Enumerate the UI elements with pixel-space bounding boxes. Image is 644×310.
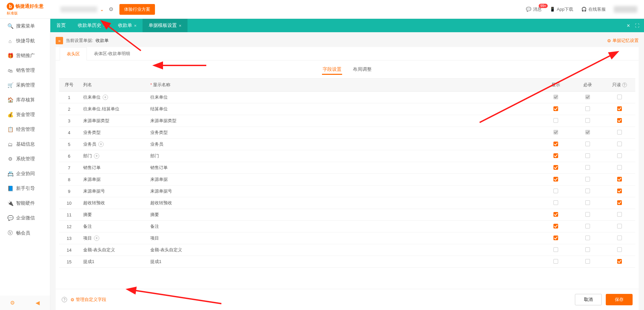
checkbox[interactable] (585, 200, 590, 205)
sidebar-item-13[interactable]: 💬企业微信 (0, 211, 50, 225)
checkbox[interactable] (617, 247, 622, 252)
help-icon[interactable]: ? (62, 297, 67, 302)
row-display-name[interactable]: 超收转预收 (146, 197, 540, 209)
checkbox[interactable] (617, 212, 622, 217)
org-selector[interactable]: ⌄ (60, 6, 104, 12)
row-display-name[interactable]: 往来单位 (146, 92, 540, 103)
checkbox[interactable] (585, 118, 590, 123)
row-display-name[interactable]: 来源单据类型 (146, 115, 540, 127)
row-display-name[interactable]: 部门 (146, 150, 540, 162)
add-child-icon[interactable]: + (103, 95, 108, 100)
page-tab-1[interactable]: 收款单历史× (72, 19, 112, 32)
checkbox[interactable] (617, 165, 622, 170)
row-display-name[interactable]: 来源单据号 (146, 186, 540, 197)
checkbox[interactable] (553, 153, 558, 158)
cancel-button[interactable]: 取消 (575, 294, 602, 305)
area-tab-0[interactable]: 表头区 (60, 47, 87, 60)
checkbox[interactable] (617, 153, 622, 158)
online-service-link[interactable]: 🎧 在线客服 (581, 6, 606, 12)
checkbox[interactable] (585, 259, 590, 264)
checkbox[interactable] (585, 212, 590, 217)
sidebar-item-5[interactable]: 🏠库存核算 (0, 93, 50, 107)
sidebar-item-12[interactable]: 🔌智能硬件 (0, 196, 50, 211)
area-tab-1[interactable]: 表体区-收款单明细 (87, 47, 137, 60)
sidebar-item-8[interactable]: 🗂基础信息 (0, 137, 50, 152)
sidebar-item-14[interactable]: Ⓥ畅会员 (0, 225, 50, 241)
checkbox[interactable] (553, 142, 558, 146)
checkbox[interactable] (617, 236, 622, 240)
checkbox[interactable] (553, 165, 558, 170)
checkbox[interactable] (585, 177, 590, 182)
readonly-help-icon[interactable]: ? (622, 83, 627, 87)
page-tab-2[interactable]: 收款单× (112, 19, 143, 32)
checkbox[interactable] (585, 224, 590, 228)
checkbox[interactable] (553, 236, 558, 240)
checkbox[interactable] (585, 165, 590, 170)
checkbox[interactable] (585, 142, 590, 146)
row-display-name[interactable]: 提成1 (146, 256, 540, 268)
sidebar-collapse-icon[interactable]: ◀ (25, 296, 50, 310)
sub-tab-1[interactable]: 布局调整 (352, 65, 372, 75)
checkbox[interactable] (585, 236, 590, 240)
user-avatar-blurred[interactable] (614, 6, 637, 13)
memory-settings-link[interactable]: ⚙ 单据记忆设置 (607, 38, 639, 44)
row-display-name[interactable]: 来源单据 (146, 174, 540, 186)
checkbox[interactable] (617, 177, 622, 182)
add-child-icon[interactable]: + (98, 142, 104, 147)
sub-tab-0[interactable]: 字段设置 (322, 65, 342, 75)
app-download-link[interactable]: 📱 App下载 (550, 6, 573, 12)
sidebar-item-11[interactable]: 📘新手引导 (0, 181, 50, 196)
checkbox[interactable] (617, 118, 622, 123)
tab-close-icon[interactable]: × (134, 23, 137, 28)
sidebar-item-2[interactable]: 🎁营销推广 (0, 48, 50, 63)
checkbox[interactable] (617, 95, 622, 99)
page-tab-3[interactable]: 单据模板设置× (143, 19, 187, 32)
tab-close-icon[interactable]: × (103, 23, 106, 28)
messages-link[interactable]: 💬 消息 99+ (526, 6, 542, 12)
row-display-name[interactable]: 销售订单 (146, 162, 540, 174)
row-display-name[interactable]: 金额-表头自定义 (146, 244, 540, 256)
checkbox[interactable] (553, 259, 558, 264)
close-all-tabs-icon[interactable]: ✕ (627, 23, 630, 28)
row-display-name[interactable]: 项目 (146, 232, 540, 244)
row-display-name[interactable]: 业务员 (146, 139, 540, 150)
checkbox[interactable] (585, 189, 590, 193)
row-display-name[interactable]: 摘要 (146, 209, 540, 221)
row-display-name[interactable]: 结算单位 (146, 103, 540, 115)
checkbox[interactable] (553, 200, 558, 205)
sidebar-item-0[interactable]: 🔍搜索菜单 (0, 19, 50, 34)
sidebar-item-4[interactable]: 🛒采购管理 (0, 78, 50, 93)
trial-industry-button[interactable]: 体验行业方案 (119, 4, 155, 15)
save-button[interactable]: 保存 (606, 294, 633, 305)
sidebar-item-6[interactable]: 💰资金管理 (0, 107, 50, 122)
sidebar-item-3[interactable]: 🛍销售管理 (0, 63, 50, 78)
fullscreen-icon[interactable]: ⛶ (635, 23, 639, 28)
tab-close-icon[interactable]: × (179, 23, 181, 28)
add-child-icon[interactable]: + (94, 153, 99, 159)
checkbox[interactable] (617, 189, 622, 193)
checkbox[interactable] (585, 247, 590, 252)
sidebar-item-1[interactable]: ⌂快捷导航 (0, 34, 50, 48)
manage-custom-fields-link[interactable]: ⚙ 管理自定义字段 (70, 297, 106, 303)
settings-icon[interactable]: ⚙ (109, 6, 113, 12)
checkbox[interactable] (617, 200, 622, 205)
checkbox[interactable] (617, 259, 622, 264)
checkbox[interactable] (553, 224, 558, 228)
page-tab-0[interactable]: 首页 (50, 19, 72, 32)
checkbox[interactable] (585, 106, 590, 111)
fields-table-scroll[interactable]: 序号 列名 *显示名称 显示 必录 只读? 1往来单位+往来单位2往来单位.结算… (59, 78, 635, 289)
checkbox[interactable] (553, 177, 558, 182)
checkbox[interactable] (617, 142, 622, 146)
checkbox[interactable] (553, 106, 558, 111)
checkbox[interactable] (553, 212, 558, 217)
caret-down-icon[interactable]: ⌄ (100, 7, 104, 12)
checkbox[interactable] (553, 247, 558, 252)
sidebar-settings-icon[interactable]: ⚙ (0, 296, 25, 310)
checkbox[interactable] (553, 118, 558, 123)
checkbox[interactable] (585, 153, 590, 158)
add-child-icon[interactable]: + (94, 236, 99, 241)
row-display-name[interactable]: 业务类型 (146, 127, 540, 139)
sidebar-item-10[interactable]: 📇企业协同 (0, 166, 50, 181)
checkbox[interactable] (617, 106, 622, 111)
sidebar-item-7[interactable]: 📋经营管理 (0, 122, 50, 137)
